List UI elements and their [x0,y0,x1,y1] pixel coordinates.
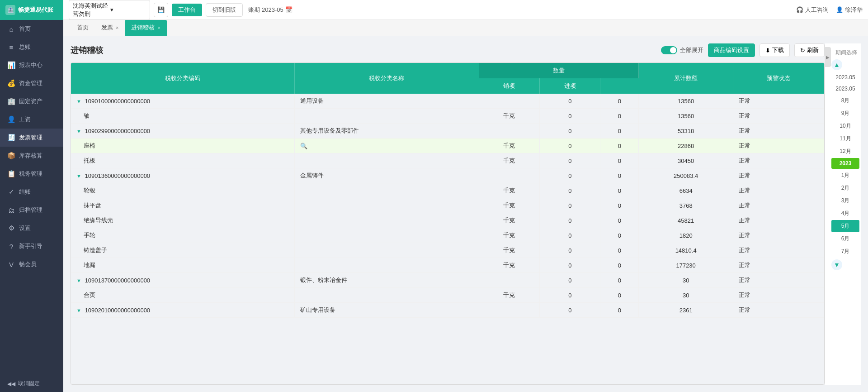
sidebar-label-invoice: 发票管理 [19,134,42,142]
period-item-9月[interactable]: 9月 [831,107,859,120]
toggle-track[interactable] [661,46,677,54]
cell-sale: 0 [540,228,600,243]
period-item-8月[interactable]: 8月 [831,95,859,107]
workbench-button[interactable]: 工作台 [172,4,202,16]
scroll-down-arrow[interactable]: ▼ [831,259,842,270]
cell-unit: 千克 [479,183,539,198]
tab-close-reconcile[interactable]: × [157,25,160,30]
cell-status: 正常 [733,288,824,303]
cell-name [294,198,479,213]
table-row: ▼ 10901360000000000000 金属铸件 0 0 250083.4… [71,168,824,183]
expand-icon[interactable]: ▼ [76,129,81,134]
table-row: 绝缘导线壳 千克 0 0 45821 正常 [71,213,824,228]
cell-sale: 0 [540,183,600,198]
tab-label-invoice: 发票 [101,24,113,32]
content: 进销稽核 全部展开 商品编码设置 ⬇ 下载 ↻ 刷 [63,36,868,392]
period-item-2月[interactable]: 2月 [831,182,859,194]
cell-unit [479,168,539,183]
period-item-6月[interactable]: 6月 [831,233,859,245]
cell-status: 正常 [733,228,824,243]
topbar-right: 🎧 人工咨询 👤 徐泽华 [796,6,863,14]
tab-home[interactable]: 首页 [71,20,95,36]
period-item-11月[interactable]: 11月 [831,133,859,145]
service-link[interactable]: 🎧 人工咨询 [796,6,829,14]
sidebar-item-inventory[interactable]: 📦 库存核算 [0,147,63,165]
cell-purchase: 0 [600,139,639,153]
save-icon-btn[interactable]: 💾 [154,3,168,17]
topbar: 沈海英测试经营勿删 ▾ 💾 工作台 切到旧版 账期 2023-05 📅 🎧 人工… [63,0,868,20]
switch-version-button[interactable]: 切到旧版 [206,3,243,17]
right-panel: ▶ 期间选择 ▲ 2023.052023.058月9月10月11月12月2023… [825,43,861,385]
sidebar-unpin[interactable]: ◀◀ 取消固定 [0,375,63,392]
table-row: ▼ 10902010000000000000 矿山专用设备 0 0 2361 正… [71,303,824,318]
period-item-7月[interactable]: 7月 [831,245,859,258]
sidebar-item-guide[interactable]: ? 新手引导 [0,237,63,255]
product-code-btn[interactable]: 商品编码设置 [708,43,755,57]
sidebar-item-invoice[interactable]: 🧾 发票管理 [0,129,63,147]
cell-sale: 0 [540,124,600,139]
sidebar-item-archive[interactable]: 🗂 归档管理 [0,201,63,219]
cell-unit [479,273,539,288]
sidebar-icon-payroll: 👤 [7,115,15,124]
unpin-icon: ◀◀ [7,381,15,387]
period-item-3月[interactable]: 3月 [831,195,859,207]
period-item-1月[interactable]: 1月 [831,169,859,182]
cell-total: 177230 [639,258,733,273]
sidebar-item-ledger[interactable]: ≡ 总账 [0,38,63,56]
scroll-up-arrow[interactable]: ▲ [831,59,842,70]
expand-icon[interactable]: ▼ [76,308,81,313]
user-info[interactable]: 👤 徐泽华 [836,6,863,14]
sidebar-item-reports[interactable]: 📊 报表中心 [0,56,63,74]
period-value: 2023-05 [262,6,283,13]
period-item-5月[interactable]: 5月 [831,220,859,232]
company-dropdown-icon: ▾ [110,6,146,13]
sidebar-item-payroll[interactable]: 👤 工资 [0,110,63,129]
download-btn[interactable]: ⬇ 下载 [760,43,790,57]
calendar-icon[interactable]: 📅 [285,6,292,13]
period-item-2023.05[interactable]: 2023.05 [831,83,859,94]
table-row: 手轮 千克 0 0 1820 正常 [71,228,824,243]
sidebar-item-assets[interactable]: 🏢 固定资产 [0,92,63,110]
period-item-4月[interactable]: 4月 [831,207,859,220]
sidebar-icon-funds: 💰 [7,79,15,87]
cell-code: ▼ 10901000000000000000 [71,94,294,109]
sidebar-item-tax[interactable]: 📋 税务管理 [0,165,63,183]
expand-icon[interactable]: ▼ [76,278,81,283]
cell-unit: 千克 [479,288,539,303]
expand-icon[interactable]: ▼ [76,99,81,104]
cell-code: 绝缘导线壳 [71,213,294,228]
tab-invoice[interactable]: 发票× [95,20,125,36]
table-row: 地漏 千克 0 0 177230 正常 [71,258,824,273]
table-row: 抹平盘 千克 0 0 3768 正常 [71,198,824,213]
period-item-12月[interactable]: 12月 [831,145,859,158]
th-sale: 销项 [479,78,539,94]
expand-icon[interactable]: ▼ [76,173,81,179]
sidebar-item-settings[interactable]: ⚙ 设置 [0,219,63,237]
refresh-btn[interactable]: ↻ 刷新 [794,43,825,57]
cell-unit: 千克 [479,228,539,243]
sidebar-icon-ledger: ≡ [7,43,15,51]
cell-purchase: 0 [600,228,639,243]
period-item-2023.05[interactable]: 2023.05 [831,72,859,83]
tab-reconcile[interactable]: 进销稽核× [125,20,166,36]
cell-total: 45821 [639,213,733,228]
sidebar-item-funds[interactable]: 💰 资金管理 [0,74,63,92]
cell-sale: 0 [540,198,600,213]
page-header: 进销稽核 全部展开 商品编码设置 ⬇ 下载 ↻ 刷 [71,43,825,57]
company-selector[interactable]: 沈海英测试经营勿删 ▾ [69,0,150,20]
panel-toggle[interactable]: ▶ [825,47,831,67]
logo-icon: 🏦 [5,5,15,15]
table-row: ▼ 10901000000000000000 通用设备 0 0 13560 正常 [71,94,824,109]
tab-close-invoice[interactable]: × [116,25,118,30]
sidebar-item-home[interactable]: ⌂ 首页 [0,20,63,38]
sidebar-icon-home: ⌂ [7,25,15,33]
sidebar-item-settlement[interactable]: ✓ 结账 [0,183,63,201]
refresh-label: 刷新 [807,46,819,54]
period-item-2023[interactable]: 2023 [831,158,859,169]
sidebar-item-member[interactable]: V 畅会员 [0,255,63,273]
cell-name [294,228,479,243]
cell-code: 抹平盘 [71,198,294,213]
period-item-10月[interactable]: 10月 [831,120,859,132]
cell-name: 金属铸件 [294,168,479,183]
expand-toggle[interactable]: 全部展开 [661,46,703,54]
